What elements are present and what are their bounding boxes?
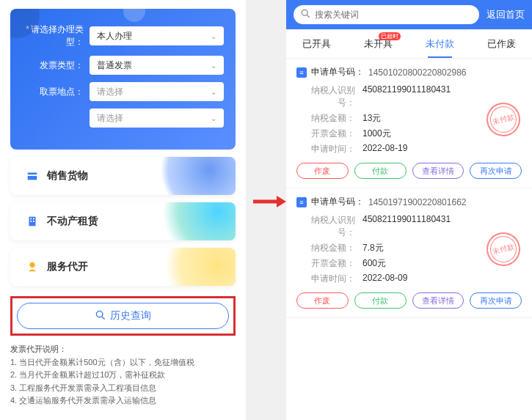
form-card: 请选择办理类型： 本人办理 ⌄ 发票类型： 普通发票 ⌄ 取票地点： 请选择 ⌄… [10,9,236,150]
reapply-button[interactable]: 再次申请 [470,292,522,309]
pay-button[interactable]: 付款 [354,292,407,309]
overdue-badge: 已超时 [379,32,401,40]
search-input[interactable] [315,10,472,20]
invoice-value: 普通发票 [97,59,132,72]
reapply-button[interactable]: 再次申请 [470,163,522,179]
back-home-link[interactable]: 返回首页 [487,8,525,21]
amount-label: 开票金额： [296,257,355,270]
amount-value: 1000元 [362,128,391,140]
menu-service[interactable]: 服务代开 [10,248,236,286]
svg-point-8 [96,311,102,317]
menu-lease-label: 不动产租赁 [47,215,98,228]
record-item: ≡ 申请单号码： 14501971900220801662 纳税人识别号：450… [286,188,532,318]
history-query-button[interactable]: 历史查询 [17,303,229,329]
notes-section: 发票代开说明： 1. 当日代开金额累计500元（含）以下，免征增值税 2. 当月… [10,343,236,408]
topbar: 返回首页 [286,0,532,29]
search-icon [301,9,310,21]
taxid-label: 纳税人识别号： [296,84,355,109]
document-icon: ≡ [296,67,307,78]
building-icon [25,214,40,229]
history-highlight: 历史查询 [10,296,236,336]
order-value: 14501020800220802986 [368,67,466,78]
svg-rect-6 [33,221,34,222]
goods-icon [25,169,40,183]
note-1: 1. 当日代开金额累计500元（含）以下，免征增值税 [10,356,236,369]
svg-rect-3 [30,218,32,220]
chevron-down-icon: ⌄ [211,62,216,70]
chevron-down-icon: ⌄ [211,114,216,122]
tab-unissued[interactable]: 未开具 已超时 [348,29,409,58]
arrow-icon [253,194,286,209]
svg-point-12 [302,10,307,15]
time-label: 申请时间： [296,143,355,155]
svg-marker-11 [277,196,286,207]
type-value: 本人办理 [97,30,132,43]
extra-value: 请选择 [97,112,123,125]
place-value: 请选择 [97,86,123,98]
taxid-label: 纳税人识别号： [296,214,355,239]
svg-line-9 [102,317,105,320]
order-value: 14501971900220801662 [368,197,466,207]
note-3: 3. 工程服务代开发票需录入工程项目信息 [10,382,236,395]
taxid-value: 450821199011180431 [362,214,451,239]
amount-label: 开票金额： [296,128,355,140]
chevron-down-icon: ⌄ [211,88,216,96]
amount-value: 600元 [362,257,386,270]
order-label: 申请单号码： [311,66,364,78]
extra-select[interactable]: 请选择 ⌄ [90,108,224,128]
tab-void[interactable]: 已作废 [470,29,532,58]
search-icon [95,310,106,323]
record-item: ≡ 申请单号码： 14501020800220802986 纳税人识别号：450… [286,59,532,188]
time-label: 申请时间： [296,273,355,285]
tab-issued[interactable]: 已开具 [286,29,348,58]
void-button[interactable]: 作废 [296,292,349,309]
place-select[interactable]: 请选择 ⌄ [90,82,224,101]
invoice-label: 发票类型： [22,59,90,72]
note-2: 2. 当月代开金额累计超过10万，需补征税款 [10,369,236,382]
svg-line-13 [307,15,309,17]
svg-point-7 [29,262,34,268]
time-value: 2022-08-09 [362,273,407,285]
void-button[interactable]: 作废 [296,163,349,179]
detail-button[interactable]: 查看详情 [412,292,464,309]
menu-sales[interactable]: 销售货物 [10,157,236,195]
tab-unpaid[interactable]: 未付款 [409,29,471,58]
note-4: 4. 交通运输服务代开发票需录入运输信息 [10,394,236,408]
document-icon: ≡ [296,197,307,207]
detail-button[interactable]: 查看详情 [412,163,464,179]
svg-rect-5 [30,221,32,222]
svg-rect-1 [28,176,37,180]
tax-label: 纳税金额： [296,242,355,254]
left-panel: 请选择办理类型： 本人办理 ⌄ 发票类型： 普通发票 ⌄ 取票地点： 请选择 ⌄… [0,0,246,420]
right-panel: 返回首页 已开具 未开具 已超时 未付款 已作废 ≡ 申请单号码： 145010… [286,0,532,420]
svg-rect-2 [29,217,36,226]
tax-label: 纳税金额： [296,112,355,125]
menu-sales-label: 销售货物 [47,169,88,183]
search-box[interactable] [294,5,479,24]
tax-value: 13元 [362,112,381,125]
svg-rect-4 [33,218,34,220]
type-label: 请选择办理类型： [22,23,90,48]
taxid-value: 450821199011180431 [362,84,451,109]
chevron-down-icon: ⌄ [211,32,216,40]
service-icon [25,259,40,274]
svg-rect-0 [28,173,37,175]
order-label: 申请单号码： [311,196,364,208]
history-label: 历史查询 [110,309,151,323]
menu-service-label: 服务代开 [47,260,88,273]
type-select[interactable]: 本人办理 ⌄ [90,26,224,45]
tabs: 已开具 未开具 已超时 未付款 已作废 [286,29,532,59]
menu-lease[interactable]: 不动产租赁 [10,202,236,240]
place-label: 取票地点： [22,86,90,98]
pay-button[interactable]: 付款 [354,163,407,179]
time-value: 2022-08-19 [362,143,407,155]
tax-value: 7.8元 [362,242,384,254]
invoice-select[interactable]: 普通发票 ⌄ [90,56,224,75]
notes-title: 发票代开说明： [10,343,236,356]
